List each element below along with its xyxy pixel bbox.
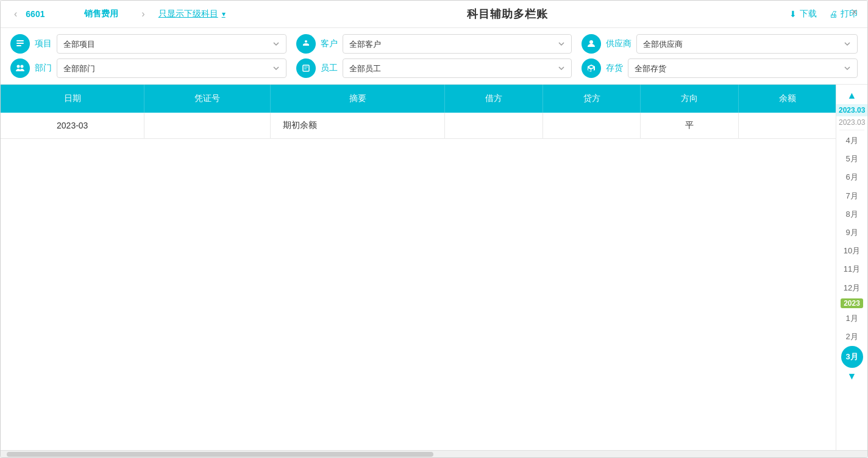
project-label: 项目 [35,38,52,49]
filter-item-supplier: 供应商 全部供应商 [582,34,858,54]
inventory-label: 存货 [606,63,623,74]
dept-select[interactable]: 全部部门 [57,58,286,78]
download-button[interactable]: ⬇ 下载 [789,9,817,19]
col-balance: 余额 [739,85,836,113]
col-debit: 借方 [444,85,542,113]
filter-item-project: 项目 全部项目 [10,34,286,54]
month-1[interactable]: 1月 [836,309,867,328]
employee-label: 员工 [321,63,338,74]
filter-item-dept: 部门 全部部门 [10,58,286,78]
col-credit: 贷方 [542,85,641,113]
month-5[interactable]: 5月 [836,150,867,168]
month-9[interactable]: 9月 [836,224,867,242]
prev-account-button[interactable]: ‹ [10,7,21,21]
inventory-icon [582,58,601,78]
col-voucher: 凭证号 [144,85,271,113]
customer-icon [296,34,316,54]
main-content: 日期 凭证号 摘要 借方 贷方 方向 余额 2023-03 期初余额 [1,85,867,450]
month-7[interactable]: 7月 [836,187,867,205]
svg-point-4 [17,65,20,68]
svg-rect-1 [16,43,24,44]
month-sidebar: ▲ 2023.03 2023.03 4月 5月 6月 7月 8月 9月 10月 … [836,85,867,450]
filter-item-inventory: 存货 全部存货 [582,58,858,78]
dept-label: 部门 [35,63,52,74]
filter-area: 项目 全部项目 客户 全部客户 供应商 [1,28,867,85]
download-label: 下载 [800,9,817,19]
month-8[interactable]: 8月 [836,205,867,224]
svg-rect-2 [16,45,21,46]
toolbar-actions: ⬇ 下载 🖨 打印 [789,9,858,19]
close-button[interactable]: × [851,7,858,18]
next-account-button[interactable]: › [138,7,148,21]
project-select[interactable]: 全部项目 [57,34,286,54]
supplier-label: 供应商 [606,38,631,49]
period-2023-03-first[interactable]: 2023.03 [836,104,867,116]
account-name-label: 销售费用 [84,9,133,19]
month-2[interactable]: 2月 [836,328,867,346]
page-title: 科目辅助多栏账 [226,7,789,21]
month-12[interactable]: 12月 [836,279,867,297]
download-icon: ⬇ [789,9,797,19]
col-summary: 摘要 [271,85,445,113]
customer-label: 客户 [321,38,338,49]
month-10[interactable]: 10月 [836,242,867,260]
cell-direction: 平 [641,113,739,139]
month-up-button[interactable]: ▲ [841,87,863,104]
horizontal-scrollbar[interactable] [1,450,867,457]
account-code-label: 6601 [26,9,74,19]
col-date: 日期 [1,85,144,113]
dept-icon [10,58,30,78]
scrollbar-thumb[interactable] [7,452,433,457]
sidebar-sep-1 [839,130,864,130]
filter-item-employee: 员工 全部员工 [296,58,572,78]
supplier-select[interactable]: 全部供应商 [636,34,858,54]
svg-rect-0 [16,40,24,41]
month-3-active[interactable]: 3月 [841,346,863,368]
supplier-icon [582,34,601,54]
svg-rect-6 [303,65,309,71]
svg-point-3 [589,40,593,44]
show-sub-label: 只显示下级科目 [158,9,218,19]
table-area[interactable]: 日期 凭证号 摘要 借方 贷方 方向 余额 2023-03 期初余额 [1,85,836,450]
print-icon: 🖨 [829,9,838,19]
filter-item-customer: 客户 全部客户 [296,34,572,54]
project-icon [10,34,30,54]
employee-select[interactable]: 全部员工 [343,58,572,78]
inventory-select[interactable]: 全部存货 [628,58,858,78]
cell-balance [739,113,836,139]
cell-date: 2023-03 [1,113,144,139]
cell-debit [444,113,542,139]
month-6[interactable]: 6月 [836,168,867,186]
month-down-button[interactable]: ▼ [841,368,863,385]
table-row[interactable]: 2023-03 期初余额 平 [1,113,836,139]
period-2023-03-second[interactable]: 2023.03 [836,116,867,129]
ledger-table: 日期 凭证号 摘要 借方 贷方 方向 余额 2023-03 期初余额 [1,85,836,139]
month-4[interactable]: 4月 [836,132,867,150]
employee-icon [296,58,316,78]
col-direction: 方向 [641,85,739,113]
show-sub-button[interactable]: 只显示下级科目 ▾ [158,9,226,19]
cell-summary: 期初余额 [271,113,445,139]
svg-point-5 [21,65,24,68]
cell-credit [542,113,641,139]
year-2023-badge: 2023 [841,298,863,308]
table-header-row: 日期 凭证号 摘要 借方 贷方 方向 余额 [1,85,836,113]
customer-select[interactable]: 全部客户 [343,34,572,54]
main-window: ‹ 6601 销售费用 › 只显示下级科目 ▾ 科目辅助多栏账 ⬇ 下载 🖨 打… [0,0,868,458]
title-bar: ‹ 6601 销售费用 › 只显示下级科目 ▾ 科目辅助多栏账 ⬇ 下载 🖨 打… [1,1,867,28]
month-11[interactable]: 11月 [836,260,867,278]
cell-voucher [144,113,271,139]
